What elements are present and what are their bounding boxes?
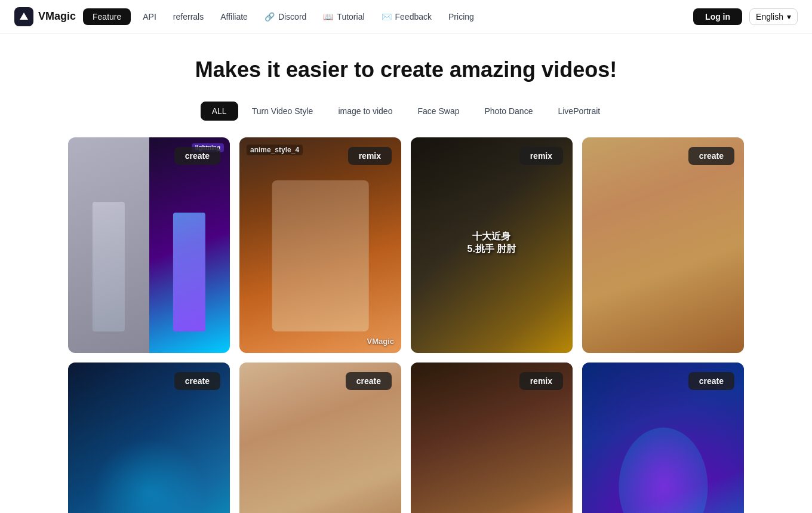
affiliate-link[interactable]: Affiliate xyxy=(213,8,255,25)
card2-style-label: anime_style_4 xyxy=(247,145,303,155)
logo-icon xyxy=(14,7,33,26)
login-button[interactable]: Log in xyxy=(693,8,742,25)
logo-area: VMagic xyxy=(14,7,76,26)
card3-zh-text: 十大近身 5.挑手 肘肘 xyxy=(467,230,516,255)
card1-left-image xyxy=(68,137,149,353)
card4-create-button[interactable]: create xyxy=(688,147,734,165)
tutorial-link[interactable]: 📖 Tutorial xyxy=(316,8,371,25)
video-card-2[interactable]: anime_style_4 VMagic remix xyxy=(239,137,401,353)
referrals-link[interactable]: referrals xyxy=(166,8,211,25)
svg-marker-0 xyxy=(20,13,28,20)
card3-remix-button[interactable]: remix xyxy=(519,147,563,165)
card5-create-button[interactable]: create xyxy=(174,372,220,390)
api-link[interactable]: API xyxy=(136,8,164,25)
filter-tabs: ALL Turn Video Style image to video Face… xyxy=(68,102,744,121)
tab-turn-video-style[interactable]: Turn Video Style xyxy=(241,102,325,121)
tab-all[interactable]: ALL xyxy=(201,102,238,121)
tab-liveportrait[interactable]: LivePortrait xyxy=(546,102,611,121)
card7-remix-button[interactable]: remix xyxy=(519,372,563,390)
video-card-1[interactable]: lightning create xyxy=(68,137,230,353)
card2-remix-button[interactable]: remix xyxy=(348,147,392,165)
tab-face-swap[interactable]: Face Swap xyxy=(406,102,470,121)
discord-link[interactable]: 🔗 Discord xyxy=(257,8,313,25)
card2-watermark: VMagic xyxy=(367,337,394,346)
navbar: VMagic Feature API referrals Affiliate 🔗… xyxy=(0,0,812,33)
language-selector[interactable]: English ▾ xyxy=(749,8,798,25)
feedback-icon: ✉️ xyxy=(382,12,392,21)
tutorial-icon: 📖 xyxy=(323,12,333,21)
language-label: English xyxy=(756,12,783,21)
video-card-8[interactable]: create xyxy=(582,363,744,513)
main-content: Makes it easier to create amazing videos… xyxy=(54,33,758,513)
tab-photo-dance[interactable]: Photo Dance xyxy=(473,102,545,121)
card4-image xyxy=(582,137,744,353)
tab-image-to-video[interactable]: image to video xyxy=(327,102,404,121)
pricing-link[interactable]: Pricing xyxy=(441,8,481,25)
vmagic-logo-svg xyxy=(19,11,29,22)
video-card-4[interactable]: create xyxy=(582,137,744,353)
feedback-link[interactable]: ✉️ Feedback xyxy=(374,8,439,25)
card2-image xyxy=(239,137,401,353)
video-grid: lightning create anime_style_4 VMagic re… xyxy=(68,137,744,513)
video-card-6[interactable]: create xyxy=(239,363,401,513)
card8-create-button[interactable]: create xyxy=(688,372,734,390)
card6-create-button[interactable]: create xyxy=(346,372,392,390)
video-card-5[interactable]: create xyxy=(68,363,230,513)
chevron-down-icon: ▾ xyxy=(787,12,791,21)
card1-create-button[interactable]: create xyxy=(174,147,220,165)
page-title: Makes it easier to create amazing videos… xyxy=(68,57,744,82)
feature-button[interactable]: Feature xyxy=(83,8,131,25)
discord-icon: 🔗 xyxy=(264,12,275,21)
video-card-3[interactable]: 十大近身 5.挑手 肘肘 remix xyxy=(411,137,573,353)
video-card-7[interactable]: remix xyxy=(411,363,573,513)
card1-right-image xyxy=(149,137,230,353)
brand-name: VMagic xyxy=(38,10,76,23)
